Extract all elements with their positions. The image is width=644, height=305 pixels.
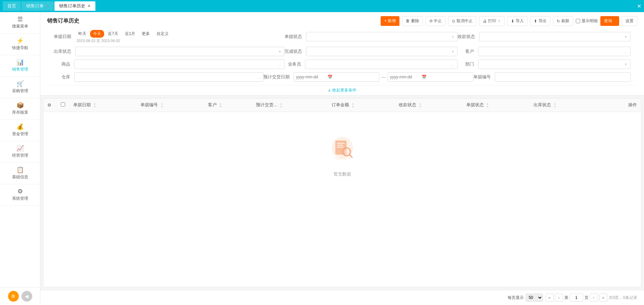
svg-rect-3 xyxy=(337,143,344,144)
first-page-btn[interactable]: « xyxy=(546,294,554,302)
salesperson-input[interactable]: ... xyxy=(305,60,458,69)
date-7days-btn[interactable]: 近7天 xyxy=(105,30,121,38)
date-separator: — xyxy=(381,75,386,80)
th-customer: 客户 ▲▼ xyxy=(204,99,252,112)
cancel-stop-btn[interactable]: ⊙ 取消中止 xyxy=(448,16,476,26)
complete-label: 完成状态 xyxy=(285,48,304,54)
complete-arrow: ▼ xyxy=(451,50,455,53)
page-size-label: 每页显示 xyxy=(508,295,524,301)
filter-section: 单据日期 昨天 今天 近7天 近1月 更多 自定义 2023-06-02 至 2… xyxy=(47,30,637,95)
window-close-icon[interactable]: ✕ xyxy=(637,3,641,9)
next-page-btn[interactable]: › xyxy=(590,294,598,302)
tab-home[interactable]: 首页 xyxy=(3,1,21,11)
last-page-btn[interactable]: » xyxy=(599,294,607,302)
empty-row: 暂无数据 xyxy=(43,112,641,197)
date-custom-btn[interactable]: 自定义 xyxy=(154,30,172,38)
table-header-row: ⚙ 单据日期 ▲▼ 单据编号 ▲▼ xyxy=(43,99,641,112)
delete-btn[interactable]: 🗑 删除 xyxy=(402,16,423,26)
refresh-btn[interactable]: ↻ 刷新 xyxy=(553,16,573,26)
sidebar-item-inventory[interactable]: 📦 库存核算 xyxy=(0,98,40,120)
tab-sales-order-close[interactable]: ✕ xyxy=(46,4,49,8)
delivery-date-from-group: 📅 xyxy=(294,72,379,82)
query-btn[interactable]: 查询 xyxy=(600,16,619,26)
date-btn-group: 昨天 今天 近7天 近1月 更多 自定义 xyxy=(75,30,172,38)
sidebar-item-basic-info[interactable]: 📋 基础信息 xyxy=(0,163,40,184)
tab-history-close[interactable]: ✕ xyxy=(87,4,91,8)
page-input[interactable] xyxy=(570,294,583,302)
import-btn[interactable]: ⬇ 导入 xyxy=(507,16,527,26)
warehouse-input[interactable]: ... xyxy=(74,72,263,82)
out-stock-select[interactable]: ▼ xyxy=(75,47,285,56)
sidebar-settings-btn[interactable]: ⚙ xyxy=(8,291,19,302)
svg-line-8 xyxy=(349,154,352,157)
select-all-checkbox[interactable] xyxy=(61,102,65,107)
customer-input[interactable]: ... xyxy=(478,47,631,56)
page-unit: 页 xyxy=(585,295,589,301)
order-no-input[interactable] xyxy=(495,72,631,82)
payment-select[interactable]: ▼ xyxy=(479,32,631,41)
delivery-date-from-input[interactable] xyxy=(296,75,326,79)
sidebar-item-search-menu[interactable]: ☰ 搜索菜单 xyxy=(0,12,40,34)
sidebar-item-quick-nav[interactable]: ⚡ 快捷导航 xyxy=(0,34,40,55)
th-order-status: 单据状态 ▲▼ xyxy=(462,99,529,112)
top-bar-right: ✕ xyxy=(637,3,641,9)
sidebar-collapse-btn[interactable]: ◀ xyxy=(22,291,32,302)
goods-input[interactable]: ... xyxy=(74,60,285,69)
collapse-row[interactable]: ∧ 收起更多条件 xyxy=(47,85,637,95)
export-btn[interactable]: ⬆ 导出 xyxy=(530,16,550,26)
tab-sales-order-history[interactable]: 销售订单历史 ✕ xyxy=(54,1,95,11)
complete-select[interactable]: ▼ xyxy=(306,47,458,56)
payment-status-sort-icons: ▲▼ xyxy=(419,102,422,108)
salesperson-filter-cell: 业务员 ... xyxy=(285,60,458,69)
finance-icon: 💰 xyxy=(16,124,24,130)
settings-btn[interactable]: 设置 xyxy=(622,16,637,26)
system-icon: ⚙ xyxy=(17,188,23,194)
stop-btn[interactable]: ⊘ 中止 xyxy=(426,16,445,26)
delivery-date-to-input[interactable] xyxy=(390,75,420,79)
date-1month-btn[interactable]: 近1月 xyxy=(122,30,138,38)
filter-row-2: 出库状态 ▼ 完成状态 ▼ 客户 xyxy=(54,47,631,56)
th-checkbox[interactable] xyxy=(57,99,69,112)
content-area: 销售订单历史 + 新增 🗑 删除 ⊘ 中止 ⊙ 取消中止 🖨 🖨 打印 打印 ▼ xyxy=(40,12,644,305)
status-filter-label: 单据状态 xyxy=(285,34,304,40)
date-filter-label: 单据日期 xyxy=(54,34,73,40)
date-more-btn[interactable]: 更多 xyxy=(139,30,153,38)
sidebar-item-system[interactable]: ⚙ 系统管理 xyxy=(0,184,40,206)
new-btn[interactable]: + 新增 xyxy=(381,16,399,26)
delivery-date-label: 预计交货日期 xyxy=(263,74,292,80)
status-select[interactable]: ▼ xyxy=(306,32,458,41)
dept-label: 部门 xyxy=(458,61,476,67)
page-size-select[interactable]: 10 20 50 100 xyxy=(526,294,543,302)
calendar-from-icon[interactable]: 📅 xyxy=(328,75,333,79)
calendar-to-icon[interactable]: 📅 xyxy=(422,75,427,79)
customer-sort-icons: ▲▼ xyxy=(219,102,222,108)
dept-select[interactable]: ▼ xyxy=(478,60,631,69)
print-btn[interactable]: 🖨 🖨 打印 打印 ▼ xyxy=(479,16,505,26)
date-yesterday-btn[interactable]: 昨天 xyxy=(75,30,89,38)
delivery-date-filter-cell: 预计交货日期 📅 — 📅 xyxy=(263,72,473,82)
warehouse-label: 仓库 xyxy=(54,74,72,80)
out-stock-arrow: ▼ xyxy=(278,50,282,53)
print-icon: 🖨 xyxy=(483,19,487,24)
status-filter-cell: 单据状态 ▼ xyxy=(285,32,458,41)
display-detail-checkbox[interactable] xyxy=(576,19,580,23)
pagination: « ‹ 第 页 › » 共0页，0条记录 xyxy=(546,294,637,302)
sidebar-item-purchase-mgmt[interactable]: 🛒 采购管理 xyxy=(0,77,40,98)
filter-row-3: 商品 ... 业务员 ... 部门 xyxy=(54,60,631,69)
page-title-row: 销售订单历史 + 新增 🗑 删除 ⊘ 中止 ⊙ 取消中止 🖨 🖨 打印 打印 ▼ xyxy=(47,16,637,26)
sidebar-item-operations[interactable]: 📈 经营管理 xyxy=(0,141,40,163)
tab-sales-order[interactable]: 销售订单 ✕ xyxy=(22,1,54,11)
payment-filter-cell: 收款状态 ▼ xyxy=(458,32,631,41)
sidebar-item-finance[interactable]: 💰 资金管理 xyxy=(0,120,40,141)
order-no-filter-cell: 单据编号 xyxy=(473,72,631,82)
prev-page-btn[interactable]: ‹ xyxy=(555,294,563,302)
th-gear[interactable]: ⚙ xyxy=(43,99,57,112)
order-no-sort-icons: ▲▼ xyxy=(161,102,163,108)
date-today-btn[interactable]: 今天 xyxy=(90,30,104,38)
th-date: 单据日期 ▲▼ xyxy=(69,99,136,112)
sidebar-item-sales-mgmt[interactable]: 📊 销售管理 xyxy=(0,55,40,77)
th-order-no: 单据编号 ▲▼ xyxy=(136,99,204,112)
empty-state-icon xyxy=(326,132,359,166)
display-detail-toggle[interactable]: 显示明细 xyxy=(576,18,598,24)
payment-select-arrow: ▼ xyxy=(624,35,628,39)
